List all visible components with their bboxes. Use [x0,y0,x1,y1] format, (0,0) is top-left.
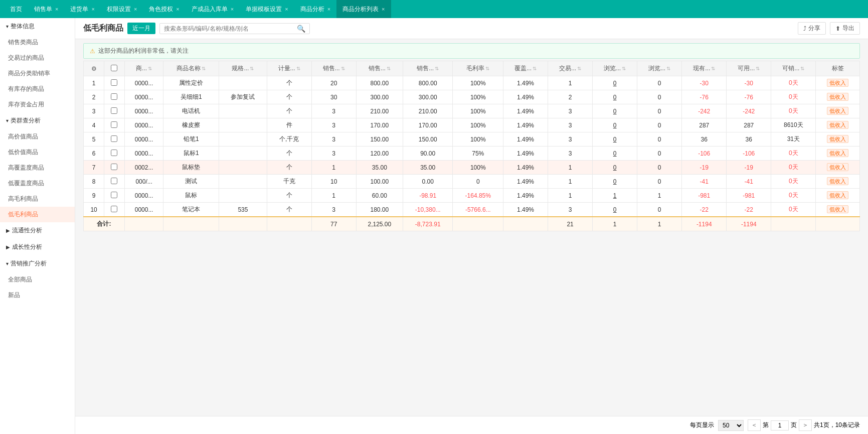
row-browse1[interactable]: 0 [593,104,637,118]
row-select-checkbox[interactable] [111,206,117,212]
next-page-button[interactable]: ＞ [799,419,812,431]
export-button[interactable]: ⬆ 导出 [830,22,860,35]
nav-home[interactable]: 首页 [4,0,28,18]
col-coverage[interactable]: 覆盖...⇅ [503,61,548,76]
sidebar-item-low-coverage[interactable]: 低覆盖度商品 [0,176,75,191]
row-stock: -106 [682,147,727,161]
close-icon[interactable]: × [382,6,385,12]
nav-product-analysis[interactable]: 商品分析 × [294,0,336,18]
per-page-select[interactable]: 50 100 200 [718,420,744,431]
row-code: 0000... [124,132,163,147]
row-browse1[interactable]: 0 [593,90,637,104]
col-unit[interactable]: 计量...⇅ [267,61,311,76]
col-browse2[interactable]: 浏览...⇅ [637,61,682,76]
close-icon[interactable]: × [134,6,137,12]
prev-page-button[interactable]: ＜ [748,419,761,431]
row-checkbox[interactable] [104,90,125,104]
row-checkbox[interactable] [104,161,125,175]
col-avail[interactable]: 可用...⇅ [727,61,771,76]
close-icon[interactable]: × [55,6,58,12]
date-filter-button[interactable]: 近一月 [127,23,155,34]
close-icon[interactable]: × [176,6,179,12]
close-icon[interactable]: × [285,6,288,12]
nav-role-auth[interactable]: 角色授权 × [143,0,185,18]
col-name[interactable]: 商品名称⇅ [163,61,219,76]
sidebar-item-low-gross[interactable]: 低毛利商品 [0,207,75,222]
row-checkbox[interactable] [104,175,125,189]
col-sale-amt2[interactable]: 销售...⇅ [403,61,453,76]
row-checkbox[interactable] [104,203,125,217]
row-browse1[interactable]: 0 [593,175,637,189]
share-button[interactable]: ⤴ 分享 [798,22,826,35]
row-select-checkbox[interactable] [111,178,117,184]
page-input[interactable] [771,420,789,430]
nav-purchase[interactable]: 进货单 × [64,0,100,18]
col-sale-qty[interactable]: 销售...⇅ [311,61,356,76]
row-checkbox[interactable] [104,147,125,161]
row-checkbox[interactable] [104,104,125,118]
row-sale-qty: 1 [311,189,356,203]
close-icon[interactable]: × [327,6,330,12]
sidebar-item-new-products[interactable]: 新品 [0,287,75,303]
nav-product-analysis-list[interactable]: 商品分析列表 × [336,0,391,18]
col-browse1[interactable]: 浏览...⇅ [593,61,637,76]
sidebar-group-circulation[interactable]: ▶ 流通性分析 [0,222,75,239]
row-checkbox[interactable] [104,189,125,203]
select-all-checkbox[interactable] [111,65,117,71]
sidebar-item-high-value[interactable]: 高价值商品 [0,129,75,144]
row-avail: -41 [727,175,771,189]
row-browse1[interactable]: 0 [593,118,637,132]
row-select-checkbox[interactable] [111,107,117,114]
col-sale-amt1[interactable]: 销售...⇅ [356,61,403,76]
sidebar-item-sales-products[interactable]: 销售类商品 [0,35,75,50]
row-select-checkbox[interactable] [111,164,117,170]
sidebar-item-high-coverage[interactable]: 高覆盖度商品 [0,160,75,176]
row-select-checkbox[interactable] [111,150,117,156]
search-icon[interactable]: 🔍 [297,25,305,33]
row-browse1[interactable]: 0 [593,132,637,147]
row-select-checkbox[interactable] [111,121,117,128]
sidebar-item-low-value[interactable]: 低价值商品 [0,144,75,160]
sidebar-item-traded-products[interactable]: 交易过的商品 [0,50,75,66]
expand-icon: ▾ [6,118,9,123]
col-trade[interactable]: 交易...⇅ [548,61,593,76]
sidebar-group-overall[interactable]: ▾ 整体信息 [0,18,75,35]
col-gross-rate[interactable]: 毛利率⇅ [453,61,503,76]
sidebar-group-growth[interactable]: ▶ 成长性分析 [0,239,75,255]
row-checkbox[interactable] [104,76,125,90]
nav-permissions[interactable]: 权限设置 × [101,0,143,18]
sidebar-item-high-gross[interactable]: 高毛利商品 [0,191,75,207]
row-browse1[interactable]: 0 [593,147,637,161]
col-tag[interactable]: 标签 [816,61,860,76]
row-select-checkbox[interactable] [111,192,117,198]
col-code[interactable]: 商...⇅ [124,61,163,76]
nav-product-entry[interactable]: 产成品入库单 × [186,0,240,18]
row-select-checkbox[interactable] [111,135,117,142]
sidebar-item-all-products[interactable]: 全部商品 [0,272,75,287]
col-settings[interactable]: ⚙ [84,61,104,76]
row-checkbox[interactable] [104,118,125,132]
nav-template[interactable]: 单据模板设置 × [240,0,294,18]
row-browse1[interactable]: 0 [593,203,637,217]
col-salable[interactable]: 可销...⇅ [771,61,816,76]
sidebar-group-class-analysis[interactable]: ▾ 类群查分析 [0,112,75,129]
sidebar-item-stock-products[interactable]: 有库存的商品 [0,81,75,97]
row-select-checkbox[interactable] [111,79,117,86]
sidebar-item-stock-capital[interactable]: 库存资金占用 [0,97,75,112]
row-checkbox[interactable] [104,132,125,147]
row-sale-amt1: 60.00 [356,189,403,203]
col-spec[interactable]: 规格...⇅ [219,61,267,76]
col-stock[interactable]: 现有...⇅ [682,61,727,76]
nav-sales[interactable]: 销售单 × [28,0,64,18]
col-checkbox[interactable] [104,61,125,76]
row-browse1[interactable]: 0 [593,161,637,175]
row-select-checkbox[interactable] [111,93,117,100]
sidebar-group-marketing[interactable]: ▾ 营销推广分析 [0,255,75,272]
close-icon[interactable]: × [91,6,94,12]
close-icon[interactable]: × [231,6,234,12]
search-input[interactable] [164,25,297,32]
row-browse1[interactable]: 0 [593,76,637,90]
sidebar-item-category-sales[interactable]: 商品分类助销率 [0,66,75,81]
row-browse1[interactable]: 1 [593,189,637,203]
row-trade: 1 [548,175,593,189]
